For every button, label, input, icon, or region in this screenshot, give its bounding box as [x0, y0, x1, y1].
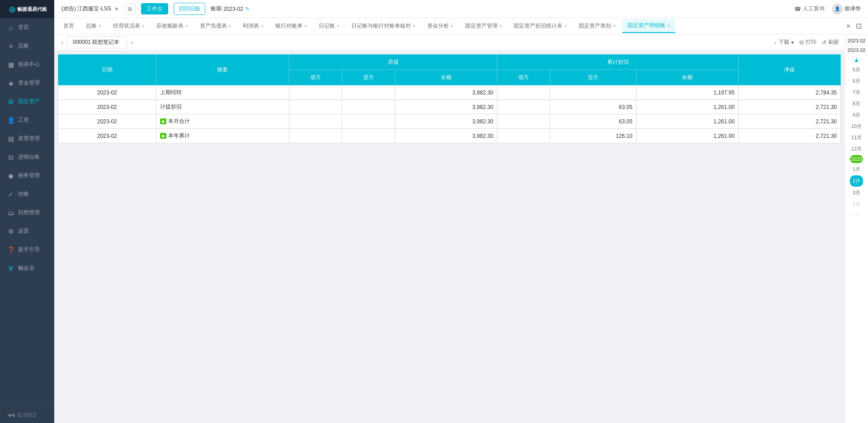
sidebar-item-invoice[interactable]: ▤ 发票管理 — [0, 129, 54, 148]
right-panel-month[interactable]: 2023 — [850, 155, 863, 163]
tab-close-icon[interactable]: × — [304, 24, 307, 28]
sidebar-item-fixed[interactable]: ⊞ 固定资产 — [0, 92, 54, 111]
sidebar-item-checkout[interactable]: ✓ 结账 — [0, 185, 54, 203]
right-panel-month[interactable]: 6月 — [848, 75, 864, 87]
tab-label: 经营状况表 — [113, 22, 140, 30]
copy-button[interactable]: ⧉ — [125, 4, 136, 14]
sidebar-item-guide[interactable]: ❓ 新手引导 — [0, 240, 54, 259]
sales-icon: ⊟ — [7, 154, 14, 161]
right-panel-month[interactable]: 9月 — [848, 109, 864, 121]
workbench-button[interactable]: 工作台 — [141, 3, 168, 14]
tab-close-icon[interactable]: × — [99, 24, 101, 28]
nav-next-arrow[interactable]: › — [129, 38, 134, 47]
tab-bank[interactable]: 银行对账单 × — [270, 19, 312, 33]
tab-general[interactable]: 总账 × — [80, 19, 107, 33]
right-panel-month[interactable]: 10月 — [848, 121, 864, 132]
right-panel-month[interactable]: 8月 — [848, 98, 864, 109]
tab-home[interactable]: 首页 — [58, 19, 80, 33]
sidebar-item-label: 归档管理 — [18, 209, 40, 216]
th-accum-debit: 借方 — [497, 70, 550, 85]
right-panel-month[interactable]: 2月 — [850, 175, 863, 187]
sidebar-item-salary[interactable]: 👤 工资 — [0, 111, 54, 129]
right-panel-month[interactable]: 1月 — [848, 164, 864, 175]
home-icon: ⌂ — [7, 24, 14, 31]
tab-close-icon[interactable]: × — [613, 24, 616, 28]
tab-receivable[interactable]: 应收账龄表 × — [151, 19, 193, 33]
sidebar-item-label: 资金管理 — [18, 79, 40, 87]
tab-category[interactable]: 固定资产类别 × — [573, 19, 621, 33]
download-action[interactable]: ↓ 下载 ▾ — [774, 38, 794, 46]
right-panel-month[interactable]: 12月 — [848, 143, 864, 155]
tab-journal[interactable]: 日记账 × — [313, 19, 345, 33]
tab-close-icon[interactable]: × — [413, 24, 415, 28]
customer-service[interactable]: ☎ 人工客询 — [794, 5, 825, 13]
sidebar-pin-toggle[interactable]: ◀◀ 取消固定 — [0, 407, 54, 423]
tab-close-icon[interactable]: × — [142, 24, 145, 28]
tab-management[interactable]: 经营状况表 × — [108, 19, 150, 33]
tab-cashanalysis[interactable]: 资金分析 × — [422, 19, 459, 33]
right-panel-month[interactable]: 11月 — [848, 132, 864, 143]
th-accumulated-depreciation: 累计折旧 — [497, 55, 739, 70]
asset-nav-item[interactable]: 000001 联想笔记本 — [67, 36, 127, 48]
sidebar-item-reports[interactable]: ▦ 报表中心 — [0, 55, 54, 74]
th-date: 日期 — [58, 55, 156, 85]
tab-close-icon[interactable]: × — [564, 24, 567, 28]
tab-label: 资产负债表 — [200, 22, 227, 30]
tab-close-icon[interactable]: × — [667, 23, 670, 28]
tab-label: 固定资产明细账 — [627, 22, 665, 29]
tabs-maximize-button[interactable]: ⊡ — [855, 21, 863, 31]
print-action[interactable]: ⊟ 打印 — [799, 38, 816, 46]
cell-orig-balance: 3,982.30 — [395, 129, 497, 143]
tag-green: ■ — [160, 133, 166, 139]
tab-depreciation[interactable]: 固定资产折旧统计表 × — [508, 19, 572, 33]
tab-close-icon[interactable]: × — [451, 24, 453, 28]
switch-version-button[interactable]: 切到旧版 — [174, 3, 205, 15]
tab-profit[interactable]: 利润表 × — [237, 19, 269, 33]
tab-close-icon[interactable]: × — [261, 24, 264, 28]
refresh-action[interactable]: ↺ 刷新 — [822, 38, 839, 46]
tab-close-icon[interactable]: × — [229, 24, 231, 28]
sidebar-item-archive[interactable]: 🗂 归档管理 — [0, 203, 54, 222]
print-icon: ⊟ — [799, 39, 804, 46]
period-edit-icon[interactable]: ✎ — [245, 6, 250, 12]
finance-icon: ◈ — [7, 80, 14, 87]
sidebar-item-general[interactable]: ≡ 总账 — [0, 37, 54, 55]
nav-prev-arrow[interactable]: ‹ — [60, 38, 65, 47]
cell-summary: 上期结转 — [156, 85, 289, 100]
tab-label: 银行对账单 — [275, 22, 302, 30]
fixed-icon: ⊞ — [7, 98, 14, 105]
tabs-close-all-button[interactable]: × — [845, 21, 851, 31]
cell-accum-credit: 126.10 — [550, 129, 637, 143]
th-orig-credit: 贷方 — [342, 70, 395, 85]
tab-detail[interactable]: 固定资产明细账 × — [622, 19, 675, 33]
period-value: 2023-02 — [223, 6, 243, 12]
table-row: 2023-02 ■本月合计 3,982.30 63.05 1,261.00 2,… — [58, 114, 841, 129]
tab-label: 利润表 — [243, 22, 259, 30]
right-panel-month[interactable]: 5月 — [848, 64, 864, 75]
sidebar-item-sales[interactable]: ⊟ 进销台账 — [0, 148, 54, 166]
tab-balance[interactable]: 资产负债表 × — [194, 19, 237, 33]
sidebar-item-tax[interactable]: ◉ 税务管理 — [0, 166, 54, 185]
tab-bankcheck[interactable]: 日记账与银行对账单核对 × — [346, 19, 421, 33]
right-panel-month[interactable]: 3月 — [848, 187, 864, 198]
sidebar-item-member[interactable]: V 畅会员 — [0, 259, 54, 277]
tab-close-icon[interactable]: × — [500, 24, 502, 28]
cell-orig-balance: 3,982.30 — [395, 114, 497, 129]
service-label: 人工客询 — [803, 5, 825, 13]
tab-close-icon[interactable]: × — [185, 24, 188, 28]
sidebar-item-home[interactable]: ⌂ 首页 — [0, 18, 54, 37]
tab-fixedasset[interactable]: 固定资产管理 × — [460, 19, 508, 33]
cell-date: 2023-02 — [58, 100, 156, 114]
right-panel-month[interactable]: 7月 — [848, 87, 864, 98]
tab-close-icon[interactable]: × — [337, 24, 340, 28]
sidebar-item-label: 设置 — [18, 227, 29, 235]
right-panel-scroll-down[interactable]: ○ — [854, 210, 859, 219]
tag-green: ■ — [160, 118, 166, 124]
user-menu[interactable]: 👤 徐泽华 — [832, 4, 861, 14]
company-name: (劝告) 江西服宝-LSS — [61, 5, 111, 13]
sidebar-item-settings[interactable]: ⚙ 设置 — [0, 222, 54, 240]
right-panel-scroll-up[interactable]: ▲ — [853, 55, 861, 64]
sidebar-item-finance[interactable]: ◈ 资金管理 — [0, 74, 54, 92]
period-display: 账期 2023-02 ✎ — [211, 5, 250, 13]
company-selector[interactable]: (劝告) 江西服宝-LSS ▼ — [61, 5, 119, 13]
